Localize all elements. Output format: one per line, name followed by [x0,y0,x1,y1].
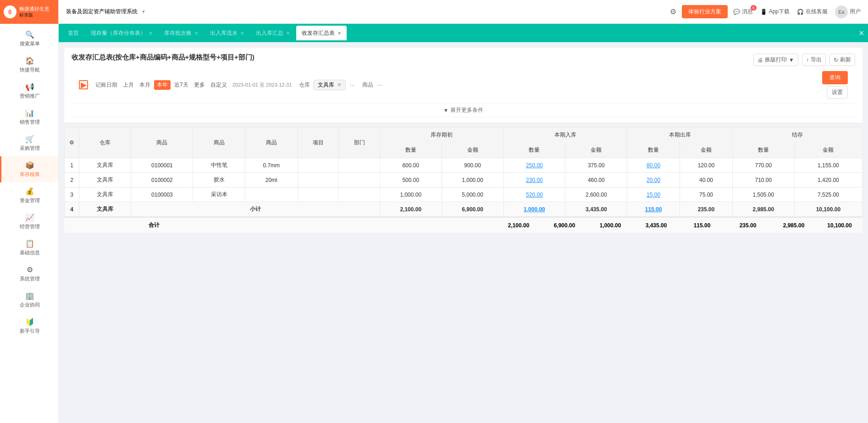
expand-more-btn[interactable]: ▼ 展开更多条件 [443,106,484,114]
subtotal-close-qty: 2,985.00 [732,202,794,217]
query-btn[interactable]: 查询 [822,71,848,84]
user-label: 用户 [850,8,861,16]
sidebar-label-system: 系统管理 [20,275,40,282]
subtotal-out-qty[interactable]: 115.00 [627,202,680,217]
sidebar: 6 畅捷通好生意 标准版 🔍搜索菜单🏠快捷导航📢营销推广📊销售管理🛒采购管理📦库… [0,0,59,423]
th-closing-group: 结存 [732,127,862,143]
cell-open-amt: 1,000.00 [442,173,503,187]
print-btn[interactable]: 🖨 换版打印 ▼ [753,54,798,66]
tab-inventory-dist[interactable]: 现存量（库存分布表） ✕ [85,26,158,40]
th-settings[interactable]: ⚙ [65,127,79,158]
print-label: 换版打印 [765,56,787,64]
export-icon: ↑ [806,57,809,63]
th-in-amt: 金额 [565,143,627,158]
sidebar-item-system[interactable]: ⚙系统管理 [0,261,58,287]
date-btn-more[interactable]: 更多 [192,80,207,90]
system-dropdown-icon[interactable]: ▼ [141,9,146,14]
sidebar-item-marketing[interactable]: 📢营销推广 [0,78,58,104]
sidebar-icon-operations: 📈 [25,213,34,222]
subtotal-warehouse: 文具库 [79,202,131,217]
date-btn-7days[interactable]: 近7天 [172,80,190,90]
filter-settings-btn[interactable]: 设置 [827,86,848,99]
th-closing-amt: 金额 [794,143,862,158]
product-dots[interactable]: ··· [377,81,382,88]
date-btn-this-month[interactable]: 本月 [138,80,152,90]
th-product-spec: 商品 [245,127,298,158]
tab-in-out-flow-close[interactable]: ✕ [240,31,244,36]
tab-batch-ledger-close[interactable]: ✕ [194,31,198,36]
warehouse-dots[interactable]: ··· [349,81,355,88]
tab-in-out-summary-close[interactable]: ✕ [286,31,290,36]
warehouse-tag[interactable]: 文具库 ✕ [314,80,346,90]
tab-batch-ledger[interactable]: 库存批次账 ✕ [159,26,204,40]
tab-home-label: 首页 [68,29,79,37]
cell-product-name: 中性笔 [193,158,245,173]
subtotal-out-amt: 235.00 [680,202,733,217]
warehouse-filter-section: 仓库 文具库 ✕ ··· [299,80,355,90]
th-in-group: 本期入库 [503,127,627,143]
sidebar-label-enterprise: 企业协同 [20,302,40,308]
cell-warehouse: 文具库 [79,187,131,202]
sidebar-item-basic-info[interactable]: 📋基础信息 [0,235,58,261]
user-btn[interactable]: Ea 用户 [835,5,861,18]
expand-more-bar: ▼ 展开更多条件 [72,104,855,117]
sidebar-item-search[interactable]: 🔍搜索菜单 [0,26,58,52]
sidebar-item-enterprise[interactable]: 🏢企业协同 [0,287,58,313]
tab-receipt-summary-label: 收发存汇总表 [302,29,335,37]
tab-in-out-summary[interactable]: 出入库汇总 ✕ [250,26,295,40]
sidebar-item-finance[interactable]: 💰资金管理 [0,182,58,209]
online-service-btn[interactable]: 🎧 在线客服 [797,8,828,16]
sidebar-item-sales[interactable]: 📊销售管理 [0,104,58,130]
th-in-qty: 数量 [503,143,565,158]
app-download-btn[interactable]: 📱 App下载 [760,8,790,16]
cell-out-qty[interactable]: 80.00 [627,158,680,173]
sidebar-item-inventory[interactable]: 📦库存核算 [0,156,58,182]
cell-in-qty[interactable]: 520.00 [503,187,565,202]
date-btn-last-month[interactable]: 上月 [121,80,136,90]
th-project: 项目 [298,127,339,158]
message-btn[interactable]: 💬 消息 6 [733,8,753,16]
subtotal-no: 4 [65,202,79,217]
cell-out-qty[interactable]: 15.00 [627,187,680,202]
table-row: 1 文具库 0100001 中性笔 0.7mm 600.00 900.00 25… [65,158,862,173]
refresh-btn[interactable]: ↻ 刷新 [829,54,855,66]
th-opening-amt: 金额 [442,143,503,158]
cell-out-qty[interactable]: 20.00 [627,173,680,187]
sidebar-item-operations[interactable]: 📈经营管理 [0,209,58,235]
topbar-actions: 💬 消息 6 📱 App下载 🎧 在线客服 Ea 用户 [733,5,861,18]
tab-in-out-flow[interactable]: 出入库流水 ✕ [205,26,249,40]
table-header-top: ⚙ 仓库 商品 商品 商品 项目 部门 库存期初 本期入库 本期出库 结存 [65,127,862,143]
date-btn-this-year[interactable]: 本年 [154,80,171,90]
gear-icon[interactable]: ⚙ [670,7,676,16]
print-dropdown-icon: ▼ [789,57,794,63]
tab-receipt-summary[interactable]: 收发存汇总表 ✕ [296,26,347,40]
date-btn-custom[interactable]: 自定义 [209,80,229,90]
sidebar-item-guide[interactable]: 🔰新手引导 [0,313,58,339]
th-out-group: 本期出库 [627,127,733,143]
sidebar-icon-quick-nav: 🏠 [25,56,34,65]
warehouse-tag-close[interactable]: ✕ [337,82,342,88]
cell-in-qty[interactable]: 230.00 [503,173,565,187]
sidebar-item-quick-nav[interactable]: 🏠快捷导航 [0,52,58,78]
export-btn[interactable]: ↑ 导出 [802,54,826,66]
trial-btn[interactable]: 体验行业方案 [682,5,728,18]
subtotal-open-amt: 6,900.00 [442,202,503,217]
footer-label: 合计 [79,221,226,229]
tab-home[interactable]: 首页 [62,26,84,40]
footer-out-amt: 235.00 [725,222,771,229]
tab-close-all-btn[interactable]: ✕ [858,29,864,38]
sidebar-icon-sales: 📊 [25,109,34,117]
chevron-down-icon: ▼ [443,107,449,114]
sidebar-item-purchase[interactable]: 🛒采购管理 [0,130,58,156]
cell-in-qty[interactable]: 250.00 [503,158,565,173]
table-row: 2 文具库 0100002 胶水 20ml 500.00 1,000.00 23… [65,173,862,187]
cell-warehouse: 文具库 [79,173,131,187]
filter-expand-btn[interactable]: ▶ [79,80,88,89]
th-out-amt: 金额 [680,143,733,158]
cell-project [298,187,339,202]
avatar: Ea [835,5,848,18]
tab-inventory-dist-close[interactable]: ✕ [149,31,152,36]
subtotal-in-qty[interactable]: 1,000.00 [503,202,565,217]
tab-receipt-summary-close[interactable]: ✕ [337,31,341,36]
cell-no: 1 [65,158,79,173]
